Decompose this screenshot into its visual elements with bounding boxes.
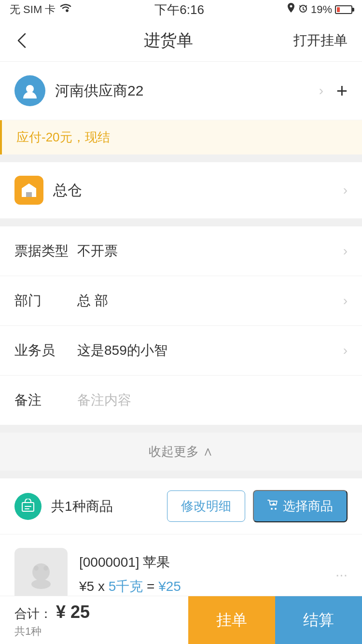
battery-text: 19% bbox=[311, 3, 332, 16]
form-section: 票据类型 不开票 › 部门 总 部 › 业务员 这是859的小智 › 备注 备注… bbox=[0, 226, 362, 425]
product-title: 苹果 bbox=[143, 555, 170, 570]
status-time: 下午6:16 bbox=[154, 1, 204, 18]
form-value-dept: 总 部 bbox=[77, 292, 343, 310]
svg-rect-2 bbox=[26, 192, 32, 197]
products-header: 共1种商品 修改明细 选择商品 bbox=[0, 478, 362, 534]
product-thumbnail bbox=[14, 548, 68, 601]
total-amount: ¥ 25 bbox=[56, 602, 90, 622]
products-icon bbox=[14, 493, 42, 520]
collapse-button[interactable]: 收起更多 ∧ bbox=[0, 433, 362, 471]
carrier-text: 无 SIM 卡 bbox=[10, 2, 56, 17]
add-supplier-button[interactable]: + bbox=[336, 80, 348, 102]
content: 河南供应商22 › + 应付-20元，现结 总仓 › 票据类型 不开票 bbox=[0, 62, 362, 644]
edit-detail-button[interactable]: 修改明细 bbox=[167, 490, 245, 522]
form-chevron-dept: › bbox=[343, 293, 348, 308]
hang-button[interactable]: 挂单 bbox=[188, 596, 275, 644]
total-main: 合计： ¥ 25 bbox=[14, 602, 174, 622]
products-count: 共1种商品 bbox=[51, 497, 167, 516]
alarm-icon bbox=[298, 3, 308, 16]
supplier-chevron: › bbox=[319, 83, 323, 98]
open-pending-button[interactable]: 打开挂单 bbox=[293, 31, 348, 50]
supplier-section: 河南供应商22 › + 应付-20元，现结 bbox=[0, 62, 362, 154]
svg-point-1 bbox=[26, 85, 34, 93]
warehouse-icon bbox=[14, 176, 43, 205]
bottom-bar: 合计： ¥ 25 共1种 挂单 结算 bbox=[0, 596, 362, 644]
page-title: 进货单 bbox=[144, 29, 193, 52]
unit-price: ¥5 x bbox=[79, 579, 109, 594]
location-icon bbox=[287, 3, 295, 16]
battery-icon bbox=[335, 5, 352, 14]
total-sub: 共1种 bbox=[14, 624, 174, 639]
product-info: [0000001] 苹果 ¥5 x 5千克 = ¥25 bbox=[79, 553, 335, 596]
form-key-remark: 备注 bbox=[14, 391, 77, 409]
warehouse-chevron: › bbox=[343, 182, 348, 198]
status-left: 无 SIM 卡 bbox=[10, 2, 72, 17]
select-product-button[interactable]: 选择商品 bbox=[253, 490, 348, 522]
qty-highlight: 5千克 bbox=[109, 579, 143, 594]
form-value-salesperson: 这是859的小智 bbox=[77, 341, 343, 360]
svg-point-5 bbox=[275, 508, 277, 510]
back-button[interactable] bbox=[14, 30, 43, 51]
select-product-label: 选择商品 bbox=[283, 498, 333, 515]
svg-point-6 bbox=[32, 563, 50, 581]
form-placeholder-remark: 备注内容 bbox=[77, 391, 348, 409]
total-label: 合计： bbox=[14, 605, 52, 622]
warehouse-row[interactable]: 总仓 › bbox=[0, 162, 362, 219]
total-highlight: ¥25 bbox=[158, 579, 181, 594]
form-row-salesperson[interactable]: 业务员 这是859的小智 › bbox=[0, 326, 362, 376]
supplier-notice: 应付-20元，现结 bbox=[0, 120, 362, 154]
product-name: [0000001] 苹果 bbox=[79, 553, 335, 572]
status-right: 19% bbox=[287, 3, 352, 16]
status-bar: 无 SIM 卡 下午6:16 19% bbox=[0, 0, 362, 19]
warehouse-name: 总仓 bbox=[53, 181, 343, 200]
form-chevron-salesperson: › bbox=[343, 343, 348, 358]
product-code: [0000001] bbox=[79, 555, 143, 570]
cart-icon bbox=[267, 499, 279, 514]
equals: = bbox=[147, 579, 158, 594]
form-key-dept: 部门 bbox=[14, 292, 77, 310]
form-chevron-invoice: › bbox=[343, 243, 348, 259]
form-row-invoice[interactable]: 票据类型 不开票 › bbox=[0, 226, 362, 276]
form-key-invoice: 票据类型 bbox=[14, 242, 77, 260]
product-more-button[interactable]: ··· bbox=[335, 566, 348, 583]
supplier-row[interactable]: 河南供应商22 › + bbox=[0, 62, 362, 120]
svg-point-7 bbox=[31, 579, 51, 589]
total-section: 合计： ¥ 25 共1种 bbox=[0, 596, 188, 644]
wifi-icon bbox=[59, 3, 72, 16]
warehouse-section: 总仓 › bbox=[0, 162, 362, 219]
supplier-avatar bbox=[14, 75, 45, 106]
nav-bar: 进货单 打开挂单 bbox=[0, 19, 362, 62]
form-value-invoice: 不开票 bbox=[77, 242, 343, 260]
supplier-name: 河南供应商22 bbox=[55, 81, 319, 101]
svg-point-8 bbox=[34, 566, 39, 571]
settle-button[interactable]: 结算 bbox=[275, 596, 362, 644]
svg-point-9 bbox=[43, 566, 48, 571]
product-price: ¥5 x 5千克 = ¥25 bbox=[79, 577, 335, 596]
form-key-salesperson: 业务员 bbox=[14, 341, 77, 360]
form-row-dept[interactable]: 部门 总 部 › bbox=[0, 276, 362, 326]
svg-point-4 bbox=[271, 508, 273, 510]
form-row-remark[interactable]: 备注 备注内容 bbox=[0, 376, 362, 425]
